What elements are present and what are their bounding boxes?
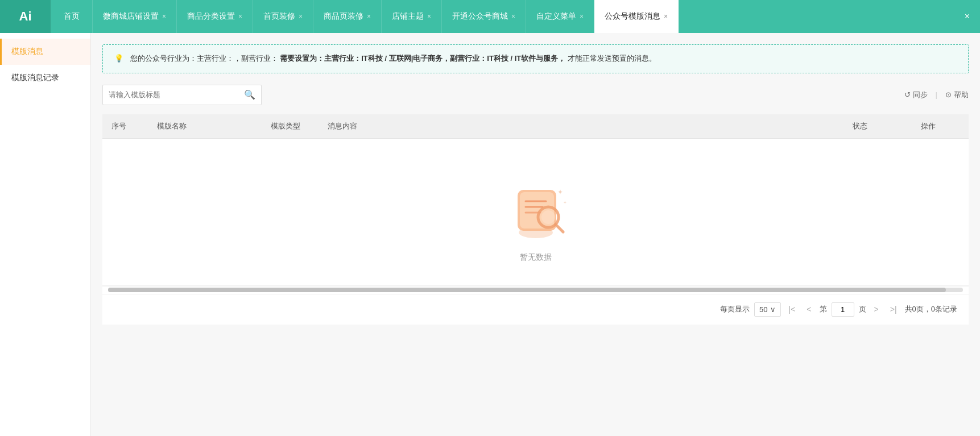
nav-tab-close-icon[interactable]: × xyxy=(162,13,166,20)
search-input-wrap[interactable]: 🔍 xyxy=(102,85,262,105)
nav-tab-close-icon[interactable]: × xyxy=(580,13,584,20)
data-table: 序号模版名称模版类型消息内容状态操作 xyxy=(102,114,969,286)
nav-tabs: 首页微商城店铺设置 ×商品分类设置 ×首页装修 ×商品页装修 ×店铺主题 ×开通… xyxy=(51,0,954,33)
svg-text:✦: ✦ xyxy=(563,200,567,205)
close-all-button[interactable]: × xyxy=(954,0,980,33)
empty-text: 暂无数据 xyxy=(102,252,969,263)
per-page-select[interactable]: 50 ∨ xyxy=(754,302,780,317)
table-header-row: 序号模版名称模版类型消息内容状态操作 xyxy=(102,114,969,139)
help-label: 帮助 xyxy=(954,90,969,100)
nav-tab-close-icon[interactable]: × xyxy=(238,13,242,20)
nav-tab-label: 首页装修 xyxy=(263,11,295,22)
nav-tab-label: 公众号模版消息 xyxy=(605,11,660,22)
search-right: ↺ 同步 | ⊙ 帮助 xyxy=(904,90,969,100)
page-label-pre: 第 xyxy=(820,304,827,314)
search-input[interactable] xyxy=(109,90,244,99)
table-header-actions: 操作 xyxy=(912,114,969,139)
sidebar: 模版消息模版消息记录 xyxy=(0,33,91,436)
table-header-status: 状态 xyxy=(843,114,912,139)
scroll-thumb[interactable] xyxy=(108,288,946,292)
table-header-content: 消息内容 xyxy=(319,114,843,139)
first-page-button[interactable]: |< xyxy=(785,304,799,315)
sync-button[interactable]: ↺ 同步 xyxy=(904,90,928,100)
notice-prefix: 您的公众号行业为：主营行业：，副营行业： xyxy=(130,54,278,63)
sidebar-item-template-msg[interactable]: 模版消息 xyxy=(0,39,90,65)
sync-label: 同步 xyxy=(913,90,928,100)
total-label: 共0页，0条记录 xyxy=(905,304,957,314)
svg-text:✦: ✦ xyxy=(557,188,563,196)
per-page-value: 50 xyxy=(759,305,767,314)
pagination: 每页显示 50 ∨ |< < 第 页 > >| 共0页，0条记录 xyxy=(102,294,969,325)
brand-text: Ai xyxy=(19,9,32,24)
table-header-type: 模版类型 xyxy=(262,114,319,139)
nav-tab-product-design[interactable]: 商品页装修 × xyxy=(313,0,382,33)
nav-tab-homepage-design[interactable]: 首页装修 × xyxy=(253,0,313,33)
prev-page-button[interactable]: < xyxy=(803,304,814,315)
scroll-track[interactable] xyxy=(108,288,963,292)
per-page-label: 每页显示 xyxy=(720,304,750,314)
empty-state: ✦ ✦ 暂无数据 xyxy=(102,139,969,285)
help-button[interactable]: ⊙ 帮助 xyxy=(945,90,969,100)
per-page-chevron-icon: ∨ xyxy=(770,305,776,314)
nav-tab-label: 店铺主题 xyxy=(392,11,424,22)
notice-icon: 💡 xyxy=(114,54,123,63)
nav-tab-label: 开通公众号商城 xyxy=(452,11,508,22)
brand-logo: Ai xyxy=(0,0,51,33)
sidebar-item-template-msg-log[interactable]: 模版消息记录 xyxy=(0,65,90,91)
notice-suffix: 才能正常发送预置的消息。 xyxy=(568,54,656,63)
search-icon[interactable]: 🔍 xyxy=(244,89,255,100)
last-page-button[interactable]: >| xyxy=(887,304,900,315)
nav-tab-label: 商品分类设置 xyxy=(187,11,235,22)
nav-tab-close-icon[interactable]: × xyxy=(511,13,515,20)
empty-illustration: ✦ ✦ xyxy=(502,173,570,241)
main-layout: 模版消息模版消息记录 💡 您的公众号行业为：主营行业：，副营行业： 需要设置为：… xyxy=(0,33,980,436)
scroll-row[interactable] xyxy=(102,286,969,294)
nav-tab-template-msg[interactable]: 公众号模版消息 × xyxy=(594,0,679,33)
nav-tab-store-theme[interactable]: 店铺主题 × xyxy=(382,0,442,33)
top-nav: Ai 首页微商城店铺设置 ×商品分类设置 ×首页装修 ×商品页装修 ×店铺主题 … xyxy=(0,0,980,33)
nav-tab-label: 自定义菜单 xyxy=(536,11,576,22)
table-header-name: 模版名称 xyxy=(148,114,262,139)
nav-tab-label: 首页 xyxy=(64,11,80,22)
search-bar: 🔍 ↺ 同步 | ⊙ 帮助 xyxy=(102,85,969,105)
search-left: 🔍 xyxy=(102,85,262,105)
nav-tab-close-icon[interactable]: × xyxy=(664,13,668,20)
svg-line-8 xyxy=(556,225,563,232)
nav-tab-wechat-shop[interactable]: 微商城店铺设置 × xyxy=(93,0,177,33)
nav-tab-close-icon[interactable]: × xyxy=(367,13,371,20)
nav-tab-close-icon[interactable]: × xyxy=(427,13,431,20)
svg-point-7 xyxy=(541,210,555,224)
help-icon: ⊙ xyxy=(945,90,952,99)
notice-banner: 💡 您的公众号行业为：主营行业：，副营行业： 需要设置为：主营行业：IT科技 /… xyxy=(102,44,969,73)
nav-tab-product-category[interactable]: 商品分类设置 × xyxy=(177,0,253,33)
nav-tab-home[interactable]: 首页 xyxy=(51,0,93,33)
table-header-index: 序号 xyxy=(102,114,148,139)
nav-tab-label: 商品页装修 xyxy=(324,11,363,22)
content-area: 💡 您的公众号行业为：主营行业：，副营行业： 需要设置为：主营行业：IT科技 /… xyxy=(91,33,980,436)
notice-highlight: 需要设置为：主营行业：IT科技 / 互联网|电子商务，副营行业：IT科技 / I… xyxy=(280,54,565,63)
divider: | xyxy=(936,90,937,99)
page-label-post: 页 xyxy=(859,304,866,314)
page-input[interactable] xyxy=(832,302,854,317)
nav-tab-close-icon[interactable]: × xyxy=(299,13,303,20)
next-page-button[interactable]: > xyxy=(871,304,882,315)
sync-icon: ↺ xyxy=(904,90,911,99)
nav-tab-custom-menu[interactable]: 自定义菜单 × xyxy=(526,0,594,33)
nav-tab-label: 微商城店铺设置 xyxy=(103,11,159,22)
nav-tab-open-mall[interactable]: 开通公众号商城 × xyxy=(442,0,526,33)
